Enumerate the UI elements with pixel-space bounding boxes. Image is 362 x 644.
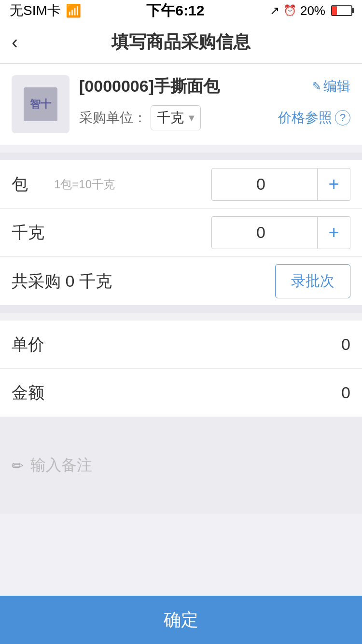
confirm-button[interactable]: 确定 (0, 596, 362, 644)
edit-button[interactable]: ✎ 编辑 (312, 77, 350, 96)
total-text: 共采购 0 千克 (12, 270, 112, 293)
product-name-row: [0000006]手撕面包 ✎ 编辑 (79, 75, 350, 98)
content-spacer (0, 514, 362, 562)
price-row: 单价 0 (0, 321, 362, 369)
product-thumbnail: 智十 (12, 75, 70, 133)
edit-label: 编辑 (323, 77, 350, 96)
back-button[interactable]: ‹ (12, 31, 18, 53)
product-info: [0000006]手撕面包 ✎ 编辑 采购单位： 千克 ▼ 价格参照 ? (79, 75, 350, 130)
kg-input-control: + (211, 216, 350, 249)
section-divider-2 (0, 305, 362, 313)
kg-input[interactable] (211, 216, 318, 249)
battery-percent: 20% (300, 3, 325, 18)
price-ref-label: 价格参照 (278, 109, 332, 127)
nav-bar: ‹ 填写商品采购信息 (0, 21, 362, 64)
status-time: 下午6:12 (146, 1, 204, 21)
unit-row: 采购单位： 千克 ▼ 价格参照 ? (79, 105, 350, 130)
record-batch-button[interactable]: 录批次 (275, 264, 350, 298)
bag-label: 包 (12, 173, 50, 196)
bag-input-control: + (211, 168, 350, 201)
kg-plus-button[interactable]: + (318, 216, 350, 249)
unit-select-wrap[interactable]: 千克 ▼ (151, 105, 201, 130)
bag-plus-button[interactable]: + (318, 168, 350, 201)
wifi-icon: 📶 (66, 3, 81, 18)
edit-icon: ✎ (312, 80, 321, 93)
product-name: [0000006]手撕面包 (79, 75, 220, 98)
note-placeholder: 输入备注 (30, 455, 92, 476)
status-right: ↗ ⏰ 20% (270, 3, 352, 18)
note-section[interactable]: ✏ 输入备注 (0, 417, 362, 514)
price-ref-button[interactable]: 价格参照 ? (278, 109, 350, 127)
status-bar: 无SIM卡 📶 下午6:12 ↗ ⏰ 20% (0, 0, 362, 21)
bag-sub-label: 1包=10千克 (54, 177, 211, 192)
amount-value: 0 (341, 383, 350, 402)
confirm-bar: 确定 (0, 596, 362, 644)
location-icon: ↗ (270, 4, 279, 17)
bag-input-row: 包 1包=10千克 + (0, 160, 362, 209)
carrier-label: 无SIM卡 (10, 1, 61, 20)
battery-icon (331, 5, 352, 16)
bag-input[interactable] (211, 168, 318, 201)
price-value: 0 (341, 335, 350, 354)
chevron-down-icon: ▼ (187, 112, 196, 124)
product-section: 智十 [0000006]手撕面包 ✎ 编辑 采购单位： 千克 ▼ 价格参照 ? (0, 64, 362, 145)
alarm-icon: ⏰ (283, 4, 296, 17)
amount-row: 金额 0 (0, 369, 362, 417)
kg-input-row: 千克 + (0, 209, 362, 257)
unit-value: 千克 (157, 109, 184, 127)
status-left: 无SIM卡 📶 (10, 1, 81, 20)
unit-label: 采购单位： (79, 109, 147, 127)
input-section: 包 1包=10千克 + 千克 + (0, 160, 362, 257)
amount-label: 金额 (12, 382, 44, 404)
product-thumb-text: 智十 (24, 87, 57, 121)
section-divider-1 (0, 153, 362, 160)
page-title: 填写商品采购信息 (111, 30, 251, 54)
help-icon: ? (335, 110, 350, 126)
price-amount-section: 单价 0 金额 0 (0, 321, 362, 417)
pencil-icon: ✏ (12, 457, 24, 474)
kg-label: 千克 (12, 222, 50, 244)
total-row: 共采购 0 千克 录批次 (0, 257, 362, 305)
price-label: 单价 (12, 334, 44, 356)
